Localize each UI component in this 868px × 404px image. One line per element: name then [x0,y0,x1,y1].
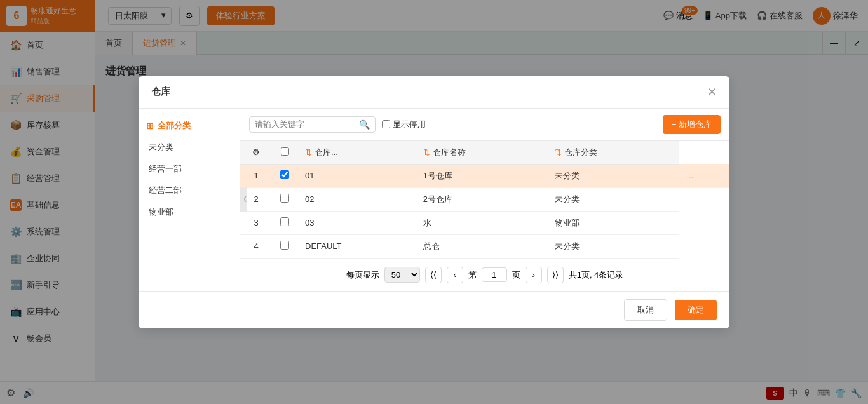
category-item-ops2[interactable]: 经营二部 [139,180,240,201]
col-code: ⇅仓库... [297,141,416,165]
row-num: 4 [240,234,272,258]
row-checkbox[interactable] [280,170,289,179]
search-icon: 🔍 [359,119,370,130]
select-all-checkbox[interactable] [281,147,289,156]
per-page-select[interactable]: 501020100 [384,267,420,283]
modal-header: 仓库 ✕ [139,76,729,109]
col-check [272,141,297,165]
search-input[interactable] [255,119,356,129]
row-name: 总仓 [416,234,547,258]
row-name: 水 [416,211,547,234]
table-header-row: ⚙ ⇅仓库... ⇅仓库名称 ⇅仓库分类 [240,141,729,165]
sort-icon-name: ⇅ [423,147,430,157]
row-check[interactable] [272,164,297,187]
first-page-button[interactable]: ⟨⟨ [425,267,442,283]
row-code: 02 [297,187,416,211]
modal-title: 仓库 [151,86,170,98]
confirm-button[interactable]: 确定 [675,300,717,320]
table-toolbar: 🔍 显示停用 + 新增仓库 [240,109,729,141]
prev-page-button[interactable]: ‹ [447,267,463,283]
category-collapse-button[interactable]: 《 [240,187,247,212]
category-item-unclassified[interactable]: 未分类 [139,137,240,158]
table-panel: 🔍 显示停用 + 新增仓库 ⚙ [240,109,729,291]
warehouse-table: ⚙ ⇅仓库... ⇅仓库名称 ⇅仓库分类 1 01 1号仓库 未分类 ... 2 [240,141,729,259]
page-number-input[interactable] [482,267,507,282]
row-checkbox[interactable] [280,194,289,203]
row-name: 2号仓库 [416,187,547,211]
row-category: 未分类 [547,234,679,258]
row-name: 1号仓库 [416,164,547,187]
table-row[interactable]: 3 03 水 物业部 [240,211,729,234]
category-all[interactable]: ⊞ 全部分类 [139,115,240,137]
table-body: 1 01 1号仓库 未分类 ... 2 02 2号仓库 未分类 3 03 水 物… [240,164,729,258]
category-item-property[interactable]: 物业部 [139,201,240,223]
col-settings: ⚙ [240,141,272,165]
row-check[interactable] [272,234,297,258]
row-check[interactable] [272,211,297,234]
data-table: ⚙ ⇅仓库... ⇅仓库名称 ⇅仓库分类 1 01 1号仓库 未分类 ... 2 [240,141,729,259]
row-actions[interactable]: ... [679,164,729,187]
row-checkbox[interactable] [280,241,289,250]
sort-icon-cat: ⇅ [555,147,562,157]
total-records: 共1页, 4条记录 [569,269,624,281]
cancel-button[interactable]: 取消 [624,299,667,321]
search-wrap: 🔍 [249,116,376,133]
row-category: 未分类 [547,187,679,211]
row-category: 物业部 [547,211,679,234]
next-page-button[interactable]: › [526,267,542,283]
row-code: 03 [297,211,416,234]
category-panel: ⊞ 全部分类 未分类 经营一部 经营二部 物业部 《 [139,109,240,291]
row-num: 3 [240,211,272,234]
grid-icon: ⊞ [146,121,154,131]
col-category: ⇅仓库分类 [547,141,679,165]
show-disabled-checkbox[interactable] [382,120,390,128]
row-category: 未分类 [547,164,679,187]
row-code: DEFAULT [297,234,416,258]
show-disabled-label: 显示停用 [382,119,426,130]
table-row[interactable]: 1 01 1号仓库 未分类 ... [240,164,729,187]
table-row[interactable]: 4 DEFAULT 总仓 未分类 [240,234,729,258]
row-checkbox[interactable] [280,217,289,226]
sort-icon-code: ⇅ [305,147,312,157]
modal-footer: 取消 确定 [139,291,729,328]
last-page-button[interactable]: ⟩⟩ [547,267,564,283]
table-row[interactable]: 2 02 2号仓库 未分类 [240,187,729,211]
col-name: ⇅仓库名称 [416,141,547,165]
add-warehouse-button[interactable]: + 新增仓库 [663,115,721,134]
modal-close-button[interactable]: ✕ [707,85,717,99]
pagination: 每页显示 501020100 ⟨⟨ ‹ 第 页 › ⟩⟩ 共1页, 4条记录 [240,259,729,291]
row-check[interactable] [272,187,297,211]
category-item-ops1[interactable]: 经营一部 [139,158,240,180]
modal-body: ⊞ 全部分类 未分类 经营一部 经营二部 物业部 《 🔍 [139,109,729,291]
modal-overlay: 仓库 ✕ ⊞ 全部分类 未分类 经营一部 经营二部 物业部 《 [0,0,868,404]
warehouse-modal: 仓库 ✕ ⊞ 全部分类 未分类 经营一部 经营二部 物业部 《 [139,76,729,328]
row-num: 1 [240,164,272,187]
row-code: 01 [297,164,416,187]
